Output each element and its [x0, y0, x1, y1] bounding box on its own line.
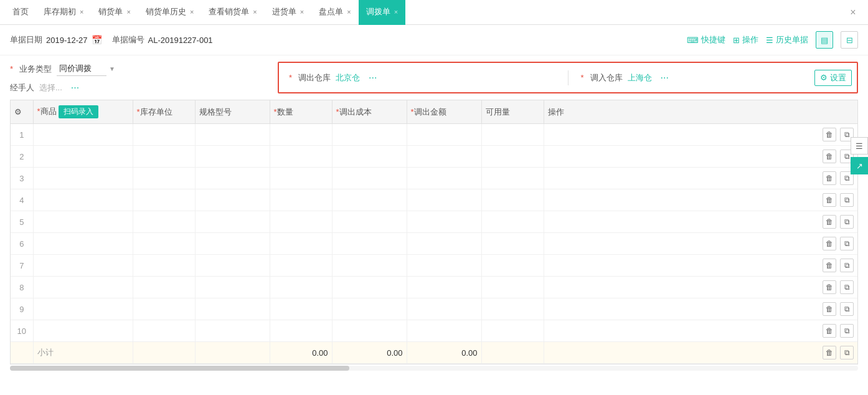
delete-btn[interactable]: 🗑: [823, 193, 836, 207]
calendar-icon[interactable]: 📅: [92, 35, 102, 45]
product-cell[interactable]: [33, 233, 133, 255]
horizontal-scrollbar[interactable]: [10, 366, 858, 371]
available-cell[interactable]: [481, 168, 544, 189]
person-select[interactable]: 选择...: [39, 82, 62, 93]
tab-home[interactable]: 首页: [5, 0, 36, 25]
quantity-cell[interactable]: [270, 320, 332, 342]
cost-cell[interactable]: [332, 277, 407, 298]
window-close-button[interactable]: ×: [843, 2, 863, 22]
tab-close-check-sales[interactable]: ×: [253, 8, 257, 16]
target-warehouse-more-icon[interactable]: ···: [661, 72, 669, 83]
copy-btn[interactable]: ⧉: [840, 259, 854, 272]
amount-cell[interactable]: [407, 298, 481, 320]
available-cell[interactable]: [481, 277, 544, 298]
product-cell[interactable]: [33, 146, 133, 168]
tab-close-purchase-order[interactable]: ×: [300, 8, 304, 16]
cost-cell[interactable]: [332, 211, 407, 233]
unit-cell[interactable]: [133, 146, 195, 168]
gear-icon[interactable]: ⚙: [14, 107, 22, 117]
tab-inventory-init[interactable]: 库存期初 ×: [36, 0, 91, 25]
amount-cell[interactable]: [407, 320, 481, 342]
available-cell[interactable]: [481, 146, 544, 168]
unit-cell[interactable]: [133, 168, 195, 189]
cost-cell[interactable]: [332, 255, 407, 277]
tab-check-sales[interactable]: 查看销货单 ×: [201, 0, 264, 25]
spec-cell[interactable]: [195, 233, 270, 255]
tab-inventory-count[interactable]: 盘点单 ×: [311, 0, 358, 25]
amount-cell[interactable]: [407, 146, 481, 168]
spec-cell[interactable]: [195, 277, 270, 298]
quantity-cell[interactable]: [270, 124, 332, 146]
unit-cell[interactable]: [133, 233, 195, 255]
product-cell[interactable]: [33, 277, 133, 298]
available-cell[interactable]: [481, 298, 544, 320]
amount-cell[interactable]: [407, 124, 481, 146]
product-cell[interactable]: [33, 320, 133, 342]
cost-cell[interactable]: [332, 298, 407, 320]
product-cell[interactable]: [33, 189, 133, 211]
amount-cell[interactable]: [407, 168, 481, 189]
tab-transfer-order[interactable]: 调拨单 ×: [359, 0, 405, 25]
scrollbar-thumb[interactable]: [10, 366, 349, 371]
product-cell[interactable]: [33, 298, 133, 320]
settings-button[interactable]: ⚙ 设置: [814, 70, 852, 86]
available-cell[interactable]: [481, 124, 544, 146]
available-cell[interactable]: [481, 255, 544, 277]
quantity-cell[interactable]: [270, 189, 332, 211]
cost-cell[interactable]: [332, 189, 407, 211]
spec-cell[interactable]: [195, 168, 270, 189]
quantity-cell[interactable]: [270, 211, 332, 233]
scan-btn[interactable]: 扫码录入: [59, 105, 98, 118]
history-action[interactable]: ☰ 历史单据: [766, 34, 808, 45]
delete-btn[interactable]: 🗑: [823, 171, 836, 185]
delete-btn[interactable]: 🗑: [823, 302, 836, 316]
unit-cell[interactable]: [133, 211, 195, 233]
quantity-cell[interactable]: [270, 146, 332, 168]
tab-sales-order[interactable]: 销货单 ×: [91, 0, 138, 25]
spec-cell[interactable]: [195, 211, 270, 233]
quantity-cell[interactable]: [270, 168, 332, 189]
unit-cell[interactable]: [133, 189, 195, 211]
right-export-btn[interactable]: ↗: [851, 157, 868, 174]
cost-cell[interactable]: [332, 124, 407, 146]
quantity-cell[interactable]: [270, 255, 332, 277]
quantity-cell[interactable]: [270, 233, 332, 255]
delete-btn[interactable]: 🗑: [823, 280, 836, 294]
available-cell[interactable]: [481, 233, 544, 255]
operation-action[interactable]: ⊞ 操作: [733, 34, 758, 45]
delete-btn[interactable]: 🗑: [823, 150, 836, 163]
delete-btn[interactable]: 🗑: [823, 237, 836, 250]
person-more-icon[interactable]: ···: [71, 82, 79, 93]
shortcut-action[interactable]: ⌨ 快捷键: [687, 34, 725, 45]
spec-cell[interactable]: [195, 255, 270, 277]
tab-purchase-order[interactable]: 进货单 ×: [265, 0, 311, 25]
cost-cell[interactable]: [332, 146, 407, 168]
product-cell[interactable]: [33, 168, 133, 189]
spec-cell[interactable]: [195, 146, 270, 168]
tab-close-inventory-count[interactable]: ×: [347, 8, 351, 16]
delete-btn[interactable]: 🗑: [823, 324, 836, 338]
available-cell[interactable]: [481, 189, 544, 211]
spec-cell[interactable]: [195, 189, 270, 211]
tab-close-transfer-order[interactable]: ×: [394, 8, 398, 16]
copy-btn[interactable]: ⧉: [840, 280, 854, 294]
product-cell[interactable]: [33, 211, 133, 233]
available-cell[interactable]: [481, 211, 544, 233]
unit-cell[interactable]: [133, 320, 195, 342]
spec-cell[interactable]: [195, 298, 270, 320]
delete-btn[interactable]: 🗑: [823, 259, 836, 272]
copy-btn[interactable]: ⧉: [840, 302, 854, 316]
tab-close-inventory-init[interactable]: ×: [80, 8, 83, 16]
cost-cell[interactable]: [332, 320, 407, 342]
quantity-cell[interactable]: [270, 277, 332, 298]
amount-cell[interactable]: [407, 211, 481, 233]
business-type-select[interactable]: 同价调拨 ▼: [57, 62, 115, 76]
copy-btn[interactable]: ⧉: [840, 193, 854, 207]
available-cell[interactable]: [481, 320, 544, 342]
delete-btn-sub[interactable]: 🗑: [823, 346, 836, 359]
delete-btn[interactable]: 🗑: [823, 215, 836, 229]
cost-cell[interactable]: [332, 233, 407, 255]
copy-btn[interactable]: ⧉: [840, 215, 854, 229]
tab-sales-history[interactable]: 销货单历史 ×: [138, 0, 201, 25]
source-warehouse-value[interactable]: 北京仓: [336, 72, 360, 83]
